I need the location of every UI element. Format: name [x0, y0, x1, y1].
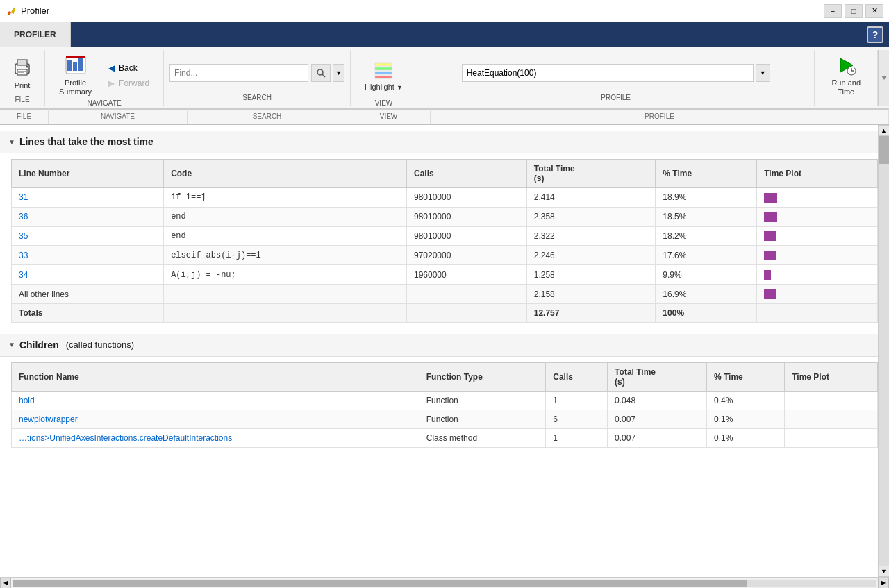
search-group-content: [169, 53, 344, 92]
total-time-cell: 2.414: [526, 188, 656, 208]
highlight-dropdown-icon: [397, 83, 403, 91]
search-group-label: SEARCH: [169, 92, 344, 103]
lines-collapse-icon[interactable]: ▼: [8, 138, 15, 146]
code-cell: A(i,j) = -nu;: [164, 265, 407, 285]
pct-time-cell-c: 0.4%: [706, 391, 784, 410]
time-bar: [764, 212, 777, 222]
maximize-button[interactable]: □: [845, 4, 863, 18]
help-button[interactable]: ?: [867, 26, 883, 43]
back-label: Back: [119, 63, 138, 73]
total-time-cell-c: 0.048: [608, 391, 707, 410]
search-input[interactable]: [169, 64, 308, 82]
scroll-left-button[interactable]: ◀: [0, 578, 11, 589]
time-bar-cell: [757, 226, 878, 246]
profile-summary-button[interactable]: Profile Summary: [53, 53, 97, 98]
svg-rect-19: [375, 76, 392, 78]
profile-section-label: PROFILE: [431, 109, 889, 124]
line-number-cell: 34: [12, 265, 164, 285]
vertical-scrollbar[interactable]: ▲ ▼: [878, 125, 889, 577]
nav-back-forward: Back Forward: [103, 61, 155, 90]
forward-label: Forward: [119, 78, 149, 88]
totals-bar: [757, 303, 878, 322]
scroll-up-button[interactable]: ▲: [879, 125, 890, 136]
line-number-cell: 31: [12, 188, 164, 208]
svg-rect-16: [375, 63, 392, 66]
col-pct-time-c: % Time: [706, 362, 784, 391]
code-cell: end: [164, 226, 407, 246]
profile-summary-icon: [65, 54, 87, 76]
view-section-label: VIEW: [347, 109, 431, 124]
time-bar: [764, 251, 776, 260]
function-name-cell: hold: [12, 391, 419, 410]
calls-cell: 98010000: [406, 207, 526, 226]
time-bar: [764, 270, 771, 280]
search-dropdown-button[interactable]: [333, 64, 344, 82]
table-row: 31 if i==j 98010000 2.414 18.9%: [12, 188, 878, 208]
h-scroll-track: [13, 580, 876, 587]
code-cell: elseif abs(i-j)==1: [164, 246, 407, 265]
minimize-button[interactable]: −: [824, 4, 842, 18]
matlab-icon: [6, 6, 17, 17]
scroll-right-button[interactable]: ▶: [878, 578, 889, 589]
calls-cell: 1960000: [406, 265, 526, 285]
function-name-cell: newplotwrapper: [12, 410, 419, 428]
search-button[interactable]: [311, 64, 331, 82]
lines-table: Line Number Code Calls Total Time(s) % T…: [11, 159, 878, 323]
highlight-svg: [372, 59, 394, 81]
table-row: 36 end 98010000 2.358 18.5%: [12, 207, 878, 226]
ribbon-scroll-icon: [881, 74, 888, 81]
svg-rect-9: [67, 60, 72, 71]
profile-dropdown-arrow-icon: [760, 69, 766, 76]
profile-summary-label: Profile Summary: [59, 78, 92, 96]
totals-pct: 100%: [656, 303, 757, 322]
profile-dropdown-button[interactable]: [756, 64, 770, 82]
children-table: Function Name Function Type Calls Total …: [11, 362, 878, 448]
print-icon: [11, 57, 33, 79]
forward-button[interactable]: Forward: [103, 76, 155, 90]
other-lines-label: All other lines: [12, 285, 164, 304]
print-button[interactable]: Print: [6, 53, 39, 94]
pct-time-cell: 9.9%: [656, 265, 757, 285]
scroll-thumb[interactable]: [879, 136, 889, 164]
svg-point-14: [317, 69, 323, 75]
time-bar-cell: [757, 246, 878, 265]
profile-group-label: PROFILE: [423, 92, 809, 103]
time-bar-cell: [757, 265, 878, 285]
highlight-label: Highlight: [365, 83, 403, 92]
highlight-button[interactable]: Highlight: [356, 53, 411, 98]
tab-bar: PROFILER ?: [0, 22, 889, 47]
children-collapse-icon[interactable]: ▼: [8, 341, 15, 348]
function-type-cell: Function: [419, 410, 546, 428]
svg-rect-17: [375, 67, 392, 70]
other-lines-pct: 16.9%: [656, 285, 757, 304]
profile-input[interactable]: [462, 64, 754, 82]
profile-group: PROFILE: [417, 50, 815, 106]
code-cell: end: [164, 207, 407, 226]
calls-cell: 97020000: [406, 246, 526, 265]
col-function-type: Function Type: [419, 362, 546, 391]
table-row: 33 elseif abs(i-j)==1 97020000 2.246 17.…: [12, 246, 878, 265]
time-bar-cell: [757, 207, 878, 226]
profiler-tab[interactable]: PROFILER: [0, 22, 71, 47]
totals-row: Totals 12.757 100%: [12, 303, 878, 322]
file-group-content: Print: [6, 53, 39, 94]
back-button[interactable]: Back: [103, 61, 155, 75]
search-section-label: SEARCH: [188, 109, 347, 124]
scroll-down-button[interactable]: ▼: [879, 566, 890, 577]
col-total-time-c: Total Time(s): [608, 362, 707, 391]
run-time-button[interactable]: Run and Time: [820, 53, 872, 98]
svg-rect-11: [78, 58, 83, 71]
close-button[interactable]: ✕: [865, 4, 883, 18]
svg-rect-13: [76, 56, 85, 58]
navigate-section-label: NAVIGATE: [49, 109, 188, 124]
scroll-track: [879, 136, 889, 566]
calls-cell: 98010000: [406, 188, 526, 208]
total-time-cell-c: 0.007: [608, 410, 707, 428]
lines-section-title: Lines that take the most time: [19, 136, 153, 147]
svg-rect-5: [17, 71, 27, 72]
h-scroll-thumb[interactable]: [13, 580, 747, 587]
table-row: …tions>UnifiedAxesInteractions.createDef…: [12, 428, 878, 447]
run-time-label: Run and Time: [831, 78, 861, 96]
time-bar: [764, 231, 776, 241]
function-name-cell: …tions>UnifiedAxesInteractions.createDef…: [12, 428, 419, 447]
